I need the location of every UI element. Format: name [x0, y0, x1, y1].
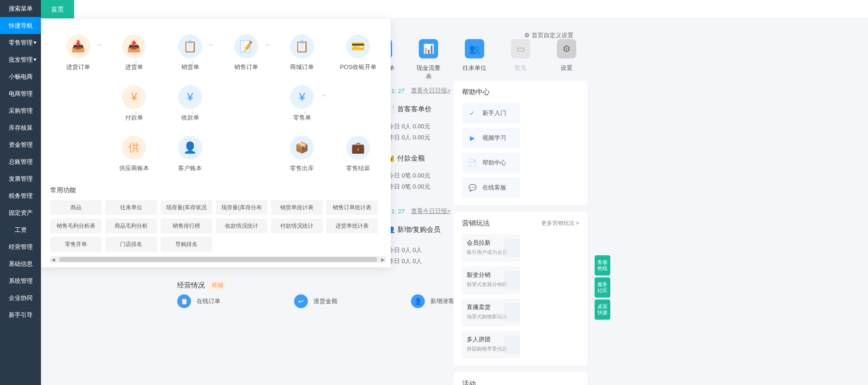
flow-sales-order[interactable]: 📝销售订单 [218, 28, 274, 78]
float-btn-community[interactable]: 服务社区 [595, 277, 610, 298]
flow-label: 进货单 [125, 63, 143, 71]
help-item-newbie[interactable]: ✓新手入门 [462, 103, 520, 123]
quick-icons: 📋 采购订单 📊 现金流量表 👥 往来单位 ▭ 暂无 ⚙ 设置 [369, 39, 580, 80]
sidebar-item-base[interactable]: 基础信息 [0, 255, 41, 272]
tab-home[interactable]: 首页 [41, 0, 74, 18]
settle-icon: 💼 [346, 136, 370, 160]
label: 在线订单 [197, 297, 220, 305]
float-btn-hotline[interactable]: 客服热线 [595, 255, 610, 276]
scroll-left-icon[interactable]: ◀ [50, 257, 57, 262]
sidebar-item-retail[interactable]: 零售管理▼ [0, 34, 41, 51]
sidebar-item-ec[interactable]: 电商管理 [0, 85, 41, 102]
flow-pos[interactable]: 💳POS收银开单 [330, 28, 386, 78]
help-label: 新手入门 [482, 109, 506, 117]
value: 0人 0.00元 [402, 134, 430, 141]
sidebar-item-ledger[interactable]: 总账管理 [0, 153, 41, 170]
quick-icon-empty[interactable]: ▭ 暂无 [507, 39, 534, 72]
flow-mall-order[interactable]: 📋商城订单 [274, 28, 330, 78]
arrow-down-icon: ···› [133, 110, 139, 113]
mkt-item-fission[interactable]: 裂变分销裂变式发展分销商 [462, 266, 520, 294]
help-item-center[interactable]: 📄帮助中心 [462, 153, 520, 173]
sidebar-item-collab[interactable]: 企业协同 [0, 289, 41, 306]
help-item-video[interactable]: ▶视频学习 [462, 128, 520, 148]
flyout-scrollbar[interactable]: ◀ ▶ [50, 256, 386, 263]
custom-setting-link[interactable]: ⚙ 首页自定义设置 [524, 31, 573, 40]
list-icon: 📋 [178, 34, 202, 58]
more-marketing-link[interactable]: 更多营销玩法 > [541, 219, 579, 227]
common-btn-sales-profit[interactable]: 销售毛利分析表 [50, 218, 102, 233]
scrollbar-thumb[interactable] [59, 257, 377, 262]
stat-title: 新增/复购会员 [397, 225, 440, 233]
mkt-item-live[interactable]: 直播卖货场景式购物新玩法 [462, 299, 520, 326]
common-btn-guide-rank[interactable]: 导购排名 [161, 237, 212, 252]
sidebar-item-tax[interactable]: 税务管理 [0, 187, 41, 204]
common-btn-stock-status[interactable]: 现存量(库存状况表) [161, 200, 212, 215]
arrow-right-icon: ·····› [96, 41, 100, 48]
stat-title: 付款金额 [397, 154, 425, 162]
common-btn-payment-stat[interactable]: 付款情况统计 [271, 218, 323, 233]
sidebar-item-invoice[interactable]: 发票管理 [0, 170, 41, 187]
common-btn-purchase-stat[interactable]: 进货单统计表 [326, 218, 378, 233]
time-row-1: 11: 27 查看今日日报> [388, 86, 451, 95]
chevron-down-icon: ▼ [33, 34, 37, 51]
sidebar-item-guide[interactable]: 新手引导 [0, 306, 41, 323]
flow-label: 销货单 [181, 63, 199, 71]
quick-icon-label: 现金流量表 [415, 64, 442, 80]
sidebar-item-wholesale[interactable]: 批发管理▼ [0, 51, 41, 68]
daily-report-link[interactable]: 查看今日日报> [411, 86, 451, 95]
flow-retail[interactable]: ¥零售单 [274, 78, 330, 129]
flow-label: 客户账本 [178, 164, 202, 172]
flow-customer-ledger[interactable]: 👤客户账本 [162, 129, 218, 179]
quick-icon-cashflow[interactable]: 📊 现金流量表 [415, 39, 442, 80]
common-btn-sales-rank[interactable]: 销售排行榜 [161, 218, 212, 233]
common-btn-product-profit[interactable]: 商品毛利分析 [105, 218, 157, 233]
quick-icon-settings[interactable]: ⚙ 设置 [553, 39, 580, 72]
flow-purchase-order[interactable]: 📥进货订单 [50, 28, 106, 78]
common-btn-contacts[interactable]: 往来单位 [105, 200, 157, 215]
sidebar-item-ops[interactable]: 经营管理 [0, 238, 41, 255]
visitor-icon: 👤 [411, 294, 425, 308]
flow-label: 付款单 [125, 114, 143, 122]
sidebar-item-funds[interactable]: 资金管理 [0, 136, 41, 153]
card-title: 营销玩法 [462, 219, 490, 228]
flow-payment[interactable]: ¥付款单 [106, 78, 162, 129]
quick-icon-contacts[interactable]: 👥 往来单位 [461, 39, 488, 72]
custom-setting-label: 首页自定义设置 [532, 32, 573, 39]
common-btn-store-rank[interactable]: 门店排名 [105, 237, 157, 252]
common-btn-stock-dist[interactable]: 现存量(库存分布表) [216, 200, 267, 215]
common-btn-receipt-stat[interactable]: 收款情况统计 [216, 218, 267, 233]
sidebar-item-label: 批发管理 [9, 56, 33, 63]
time-row-2: 11: 27 查看今日日报> [388, 207, 451, 215]
common-btn-salesorder-stat[interactable]: 销售订单统计表 [326, 200, 378, 215]
stat-row: 今日 0人 0.00元 [388, 122, 430, 131]
float-btn-desktop[interactable]: 桌面快捷 [595, 299, 610, 320]
sidebar-item-inventory[interactable]: 库存核算 [0, 119, 41, 136]
sidebar-item-purchase[interactable]: 采购管理 [0, 102, 41, 119]
common-btn-product[interactable]: 商品 [50, 200, 102, 215]
sidebar-item-xc-ec[interactable]: 小畅电商 [0, 68, 41, 85]
doc-in-icon: 📥 [66, 34, 90, 58]
mkt-item-member[interactable]: 会员拉新吸引用户成为会员 [462, 234, 520, 262]
sidebar-item-system[interactable]: 系统管理 [0, 272, 41, 289]
sidebar-item-salary[interactable]: 工资 [0, 221, 41, 238]
scroll-right-icon[interactable]: ▶ [380, 257, 386, 262]
stat-payment: 💰 付款金额 [388, 154, 425, 163]
help-label: 在线客服 [482, 184, 506, 192]
daily-report-link[interactable]: 查看今日日报> [411, 207, 451, 215]
common-btn-retail-open[interactable]: 零售开单 [50, 237, 102, 252]
mkt-item-group[interactable]: 多人拼团拼团购物享受优惠 [462, 331, 520, 358]
stat-title: 首客客单价 [397, 105, 432, 113]
sidebar-item-search[interactable]: 搜索菜单 [0, 0, 41, 17]
flow-supplier-ledger[interactable]: 供供应商账本 [106, 129, 162, 179]
flow-receipt[interactable]: ¥收款单 [162, 78, 218, 129]
right-column: 帮助中心 ✓新手入门 ▶视频学习 📄帮助中心 💬在线客服 营销玩法 更多营销玩法… [454, 80, 587, 385]
sidebar-item-assets[interactable]: 固定资产 [0, 204, 41, 221]
help-item-service[interactable]: 💬在线客服 [462, 178, 520, 198]
flow-sales[interactable]: 📋销货单 [162, 28, 218, 78]
flow-retail-settle[interactable]: 💼零售结算 [330, 129, 386, 179]
flow-retail-out[interactable]: 📦零售出库 [274, 129, 330, 179]
sidebar-item-quicknav[interactable]: 快捷导航 [0, 17, 41, 34]
flow-purchase[interactable]: 📤进货单 [106, 28, 162, 78]
common-btn-sales-stat[interactable]: 销货单统计表 [271, 200, 323, 215]
outbound-icon: 📦 [290, 136, 314, 160]
